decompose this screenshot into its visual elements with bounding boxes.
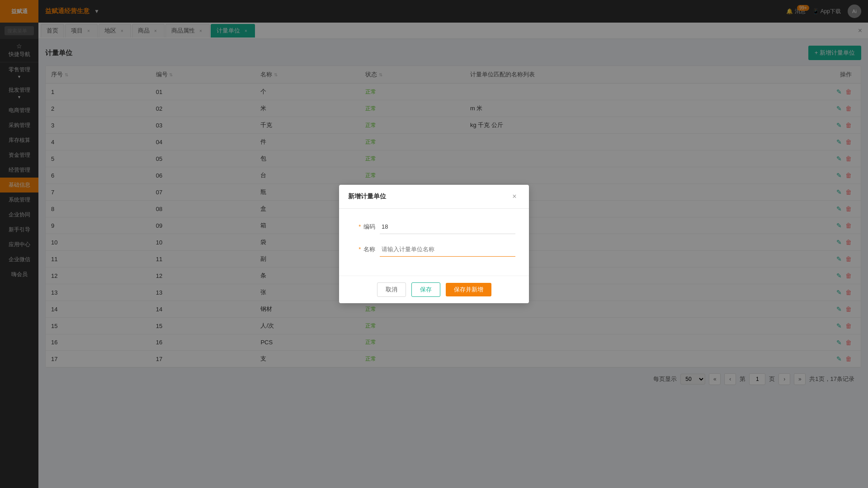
name-label: * 名称 [353, 245, 375, 253]
modal-overlay: 新增计量单位 × * 编码 * 名称 取消 保存 [0, 0, 868, 488]
modal-header: 新增计量单位 × [339, 185, 529, 209]
code-label: * 编码 [353, 223, 375, 231]
save-button[interactable]: 保存 [411, 282, 440, 297]
name-form-group: * 名称 [353, 242, 515, 257]
code-input[interactable] [380, 220, 515, 234]
code-form-group: * 编码 [353, 220, 515, 234]
cancel-button[interactable]: 取消 [377, 282, 406, 297]
modal-title: 新增计量单位 [348, 192, 386, 201]
modal-close-button[interactable]: × [509, 191, 520, 202]
modal-body: * 编码 * 名称 [339, 209, 529, 276]
name-input[interactable] [380, 242, 515, 257]
modal-footer: 取消 保存 保存并新增 [339, 276, 529, 303]
save-and-new-button[interactable]: 保存并新增 [446, 283, 491, 296]
add-unit-modal: 新增计量单位 × * 编码 * 名称 取消 保存 [339, 185, 529, 303]
